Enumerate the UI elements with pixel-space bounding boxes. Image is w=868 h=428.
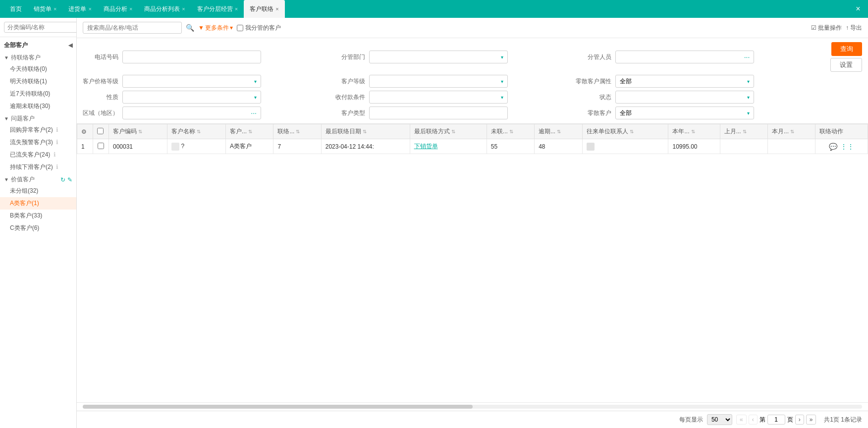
filter-search-input[interactable] [83,22,182,34]
more-conditions-button[interactable]: ▼ 更多条件 ▾ [198,24,233,32]
filter-status: 状态 ▾ [576,91,822,104]
sidebar-item-unclassified[interactable]: 未分组(32) [0,185,76,197]
col-no-contact[interactable]: 未联... ⇅ [487,124,534,139]
col-last-method[interactable]: 最后联络方式 ⇅ [410,124,487,139]
filter-phone-input[interactable] [122,51,261,63]
chat-action-icon[interactable]: 💬 [829,143,837,151]
sidebar-item-7days[interactable]: 近7天待联络(0) [0,88,76,100]
select-all-checkbox[interactable] [97,128,104,134]
filter-nature-select[interactable]: ▾ [122,91,261,104]
nav-product-analysis[interactable]: 商品分析 × [98,0,138,18]
contact-person-dot [587,143,595,151]
dept-chevron-icon: ▾ [501,54,503,60]
filter-region: 区域（地区） ··· [83,107,329,119]
last-page-button[interactable]: » [806,415,816,425]
col-last-date[interactable]: 最后联络日期 ⇅ [321,124,410,139]
close-product-list-tab[interactable]: × [182,6,185,12]
group-pending-contact[interactable]: ▼ 待联络客户 [0,52,76,63]
sidebar-item-class-b[interactable]: B类客户(33) [0,210,76,222]
filter-customer-level-select[interactable]: ▾ [369,75,508,88]
last-method-link[interactable]: 下销货单 [414,143,438,150]
filter-row-4: 区域（地区） ··· 客户类型 零散客户 全部 ▾ [83,107,862,119]
col-checkbox [93,124,109,139]
next-page-button[interactable]: › [795,415,804,425]
query-button[interactable]: 查询 [831,42,862,56]
filter-status-select[interactable]: ▾ [615,91,754,104]
sidebar-item-class-a[interactable]: A类客户(1) [0,197,76,210]
nav-home[interactable]: 首页 [4,0,28,18]
my-customers-checkbox[interactable] [237,25,243,31]
sort-this-month-icon: ⇅ [790,129,794,134]
col-this-month[interactable]: 本月... ⇅ [767,124,815,139]
scroll-thumb [83,405,473,409]
group-arrow-problem: ▼ [4,116,9,121]
filter-price-level-select[interactable]: ▾ [122,75,261,88]
horizontal-scrollbar[interactable] [77,402,868,411]
sidebar-item-tomorrow[interactable]: 明天待联络(1) [0,75,76,88]
col-customer-type[interactable]: 客户... ⇅ [226,124,273,139]
nav-product-list[interactable]: 商品分析列表 × [138,0,191,18]
filter-manager-select[interactable]: ··· [615,51,754,63]
page-size-select[interactable]: 50 100 200 [707,414,732,425]
close-product-analysis-tab[interactable]: × [129,6,132,12]
filter-region-select[interactable]: ··· [122,107,261,119]
more-action-icon[interactable]: ⋮⋮ [840,143,854,151]
close-all-button[interactable]: × [852,3,864,15]
col-contact-count[interactable]: 联络... ⇅ [273,124,321,139]
refresh-icon[interactable]: ↻ [60,176,65,183]
settings-button[interactable]: 设置 [830,58,862,72]
col-name[interactable]: 客户名称 ⇅ [167,124,226,139]
filter-actions: 查询 设置 [822,42,862,72]
sidebar-item-today[interactable]: 今天待联络(0) [0,63,76,75]
info-icon-churned: ℹ [54,151,56,158]
filter-customer-level: 客户等级 ▾ [329,75,576,88]
sidebar-item-declining[interactable]: 持续下滑客户(2) ℹ [0,161,76,173]
my-customers-checkbox-label[interactable]: 我分管的客户 [237,24,281,32]
close-customer-segment-tab[interactable]: × [235,6,238,12]
sidebar-item-abnormal[interactable]: 回购异常客户(2) ℹ [0,124,76,136]
col-this-year[interactable]: 本年... ⇅ [668,124,720,139]
sidebar-item-class-c[interactable]: C类客户(6) [0,222,76,234]
sidebar-item-churned[interactable]: 已流失客户(24) ℹ [0,149,76,161]
first-page-button[interactable]: « [736,415,747,425]
nav-customer-segment[interactable]: 客户分层经营 × [191,0,244,18]
prev-page-button[interactable]: ‹ [749,415,758,425]
page-size-label: 每页显示 [679,416,703,424]
filter-dept-select[interactable]: ▾ [369,51,508,63]
sort-no-contact-icon: ⇅ [509,129,513,134]
sidebar-collapse-icon[interactable]: ◀ [68,42,72,49]
sidebar-item-churn-warning[interactable]: 流失预警客户(3) ℹ [0,136,76,149]
col-last-month[interactable]: 上月... ⇅ [720,124,767,139]
edit-icon[interactable]: ✎ [67,176,72,183]
sidebar-item-overdue[interactable]: 逾期未联络(30) [0,100,76,112]
filter-price-level: 客户价格等级 ▾ [83,75,329,88]
page-number-input[interactable] [767,415,785,425]
close-sales-tab[interactable]: × [54,6,56,12]
col-contact-person[interactable]: 往来单位联系人 ⇅ [582,124,668,139]
batch-op-button[interactable]: ☑ 批量操作 [811,24,842,32]
filter-payment-select[interactable]: ▾ [369,91,508,104]
filter-customer-type-input[interactable] [369,107,508,119]
filter-bar: 🔍 ▼ 更多条件 ▾ 我分管的客户 ☑ 批量操作 ↑ 导出 [77,18,868,38]
sidebar-search-input[interactable] [4,22,77,33]
col-overdue[interactable]: 逾期... ⇅ [535,124,582,139]
manager-dots-icon: ··· [744,53,750,61]
col-code[interactable]: 客户编码 ⇅ [109,124,167,139]
sidebar: 🔍 全部客户 ◀ ▼ 待联络客户 今天待联络(0) 明天待联络(1) 近7天待联… [0,18,77,428]
nav-purchase[interactable]: 进货单 × [62,0,97,18]
filter-retail-attr-select[interactable]: 全部 ▾ [615,75,754,88]
filter-retail-select[interactable]: 全部 ▾ [615,107,754,119]
close-purchase-tab[interactable]: × [88,6,91,12]
group-value-customers[interactable]: ▼ 价值客户 ↻ ✎ [0,173,76,185]
filter-price-level-label: 客户价格等级 [83,77,122,86]
close-customer-contact-tab[interactable]: × [275,6,278,12]
export-button[interactable]: ↑ 导出 [846,24,862,32]
row-this-month [767,139,815,154]
retail-attr-chevron-icon: ▾ [747,79,750,84]
nav-customer-contact[interactable]: 客户联络 × [244,0,284,18]
group-problem-customers[interactable]: ▼ 问题客户 [0,112,76,124]
nav-sales[interactable]: 销货单 × [28,0,62,18]
col-settings[interactable]: ⚙ [77,124,93,139]
filter-search-button[interactable]: 🔍 [186,24,194,32]
row-checkbox[interactable] [98,143,104,149]
